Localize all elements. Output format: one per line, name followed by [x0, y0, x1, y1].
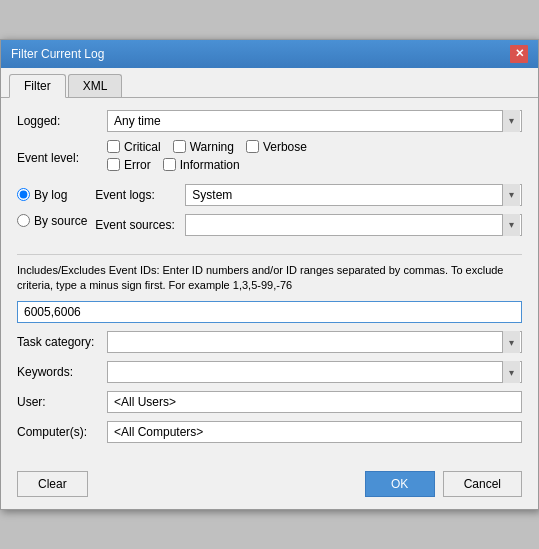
logged-control: Any time ▾: [107, 110, 522, 132]
event-logs-select-wrapper: System ▾: [185, 184, 522, 206]
clear-button[interactable]: Clear: [17, 471, 88, 497]
checkbox-information-label: Information: [180, 158, 240, 172]
keywords-label: Keywords:: [17, 361, 107, 379]
title-bar: Filter Current Log ✕: [1, 40, 538, 68]
computers-row: Computer(s):: [17, 421, 522, 443]
radio-by-source-label: By source: [34, 214, 87, 228]
log-source-section: By log By source Event logs: System ▾: [17, 184, 522, 244]
checkboxes-line-2: Error Information: [107, 158, 522, 172]
logged-label: Logged:: [17, 110, 107, 128]
logged-select[interactable]: Any time: [107, 110, 522, 132]
event-sources-select-wrapper: ▾: [185, 214, 522, 236]
checkbox-critical: Critical: [107, 140, 161, 154]
description-text: Includes/Excludes Event IDs: Enter ID nu…: [17, 254, 522, 294]
checkbox-verbose-label: Verbose: [263, 140, 307, 154]
tab-filter[interactable]: Filter: [9, 74, 66, 98]
task-category-select[interactable]: [107, 331, 522, 353]
event-logs-label: Event logs:: [95, 188, 185, 202]
event-level-label: Event level:: [17, 151, 107, 165]
checkbox-information: Information: [163, 158, 240, 172]
event-level-section: Event level: Critical Warning Verbose: [17, 140, 522, 176]
computers-input[interactable]: [107, 421, 522, 443]
keywords-wrapper: ▾: [107, 361, 522, 383]
checkbox-error: Error: [107, 158, 151, 172]
logged-row: Logged: Any time ▾: [17, 110, 522, 132]
dialog-title: Filter Current Log: [11, 47, 104, 61]
radio-by-source-input[interactable]: [17, 214, 30, 227]
event-ids-row: [17, 301, 522, 323]
user-row: User:: [17, 391, 522, 413]
keywords-control: ▾: [107, 361, 522, 383]
checkbox-error-input[interactable]: [107, 158, 120, 171]
event-sources-row: Event sources: ▾: [95, 214, 522, 236]
task-category-label: Task category:: [17, 331, 107, 349]
event-logs-select[interactable]: System: [185, 184, 522, 206]
checkbox-critical-label: Critical: [124, 140, 161, 154]
logged-select-wrapper: Any time ▾: [107, 110, 522, 132]
keywords-row: Keywords: ▾: [17, 361, 522, 383]
radio-by-source: By source: [17, 214, 87, 228]
checkbox-information-input[interactable]: [163, 158, 176, 171]
radio-column: By log By source: [17, 184, 87, 244]
checkbox-warning-input[interactable]: [173, 140, 186, 153]
checkbox-error-label: Error: [124, 158, 151, 172]
event-sources-label: Event sources:: [95, 218, 185, 232]
form-content: Logged: Any time ▾ Event level: Critical: [1, 98, 538, 464]
checkboxes-line-1: Critical Warning Verbose: [107, 140, 522, 154]
user-input[interactable]: [107, 391, 522, 413]
computers-control: [107, 421, 522, 443]
user-control: [107, 391, 522, 413]
checkbox-warning: Warning: [173, 140, 234, 154]
radio-by-log: By log: [17, 188, 87, 202]
radio-by-log-label: By log: [34, 188, 67, 202]
checkbox-verbose-input[interactable]: [246, 140, 259, 153]
task-category-control: ▾: [107, 331, 522, 353]
radio-by-log-input[interactable]: [17, 188, 30, 201]
event-logs-row: Event logs: System ▾: [95, 184, 522, 206]
bottom-buttons: Clear OK Cancel: [1, 463, 538, 509]
cancel-button[interactable]: Cancel: [443, 471, 522, 497]
keywords-select[interactable]: [107, 361, 522, 383]
close-button[interactable]: ✕: [510, 45, 528, 63]
computers-label: Computer(s):: [17, 421, 107, 439]
checkbox-warning-label: Warning: [190, 140, 234, 154]
tab-xml[interactable]: XML: [68, 74, 123, 97]
event-sources-select[interactable]: [185, 214, 522, 236]
ok-button[interactable]: OK: [365, 471, 435, 497]
checkbox-critical-input[interactable]: [107, 140, 120, 153]
checkboxes-block: Critical Warning Verbose Error: [107, 140, 522, 176]
fields-column: Event logs: System ▾ Event sources:: [95, 184, 522, 244]
tab-bar: Filter XML: [1, 68, 538, 98]
task-category-row: Task category: ▾: [17, 331, 522, 353]
user-label: User:: [17, 391, 107, 409]
event-ids-input[interactable]: [17, 301, 522, 323]
checkbox-verbose: Verbose: [246, 140, 307, 154]
task-category-wrapper: ▾: [107, 331, 522, 353]
filter-dialog: Filter Current Log ✕ Filter XML Logged: …: [0, 39, 539, 511]
